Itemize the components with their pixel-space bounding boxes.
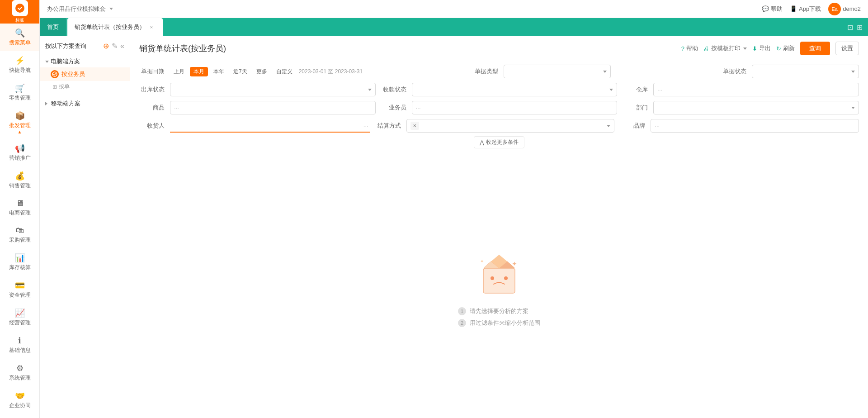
svg-text:✦: ✦ (512, 260, 517, 267)
sidebar-item-label: 库存核算 (9, 264, 31, 271)
mobile-scheme-label: 移动端方案 (51, 100, 80, 108)
sidebar-item-purchase[interactable]: 🛍 采购管理 (0, 221, 40, 248)
receipt-status-select[interactable] (412, 83, 618, 96)
message-label: 帮助 (771, 5, 783, 13)
scheme-sub-item[interactable]: ⊞ 按单 (40, 81, 130, 92)
refresh-button[interactable]: ↻ 刷新 (776, 44, 795, 52)
brand-input[interactable]: ··· (651, 119, 859, 133)
payment-select[interactable]: × (406, 119, 615, 133)
sidebar-item-basic[interactable]: ℹ 基础信息 (0, 331, 40, 359)
payment-tag-close[interactable]: × (413, 123, 416, 129)
filter-row-4: 收货人 ··· 结算方式 × 品牌 ··· (139, 119, 859, 133)
hint-num-2: 2 (458, 319, 466, 327)
tab-maximize-icon[interactable]: ⊞ (857, 23, 863, 32)
sidebar-item-enterprise[interactable]: 🤝 企业协同 (0, 386, 40, 414)
date-tab-this-month[interactable]: 本月 (190, 67, 208, 76)
sidebar-item-retail[interactable]: 🛒 零售管理 (0, 79, 40, 106)
tabbar: 首页 销货单统计表（按业务员） × ⊡ ⊞ (40, 18, 868, 36)
sidebar-item-newbie[interactable]: 📖 新手引导 (0, 414, 40, 418)
date-tab-this-year[interactable]: 本年 (210, 67, 228, 76)
template-print-label: 按模板打印 (711, 44, 741, 52)
sidebar-item-label: 企业协同 (9, 402, 31, 409)
svg-point-4 (504, 276, 508, 280)
avatar: Ea (828, 3, 841, 15)
mobile-scheme-title[interactable]: 移动端方案 (45, 100, 124, 108)
date-tab-custom[interactable]: 自定义 (273, 67, 296, 76)
pc-scheme-label: 电脑端方案 (51, 57, 80, 66)
pc-scheme-group: 电脑端方案 按业务员 ⊞ 按单 (40, 54, 130, 94)
left-panel: 按以下方案查询 ⊕ ✎ « 电脑端方案 按业务员 (40, 36, 130, 418)
app-logo[interactable]: 标账 (0, 0, 40, 24)
refresh-label: 刷新 (783, 44, 795, 52)
sidebar-item-system[interactable]: ⚙ 系统管理 (0, 359, 40, 386)
sidebar-item-marketing[interactable]: 📢 营销推广 (0, 139, 40, 166)
date-tab-more[interactable]: 更多 (253, 67, 271, 76)
empty-hint-2: 2 用过滤条件来缩小分析范围 (458, 319, 540, 327)
pc-scheme-title[interactable]: 电脑端方案 (40, 56, 130, 67)
date-tab-last-month[interactable]: 上月 (170, 67, 188, 76)
payment-dropdown-icon (607, 125, 610, 127)
consignee-label: 收货人 (139, 122, 165, 130)
svg-point-0 (15, 4, 24, 13)
scheme-item-by-staff[interactable]: 按业务员 (40, 67, 130, 81)
sidebar-item-business[interactable]: 📈 经营管理 (0, 304, 40, 331)
tab-home[interactable]: 首页 (40, 18, 66, 36)
svg-rect-2 (483, 268, 515, 293)
empty-hints: 1 请先选择要分析的方案 2 用过滤条件来缩小分析范围 (458, 307, 540, 327)
finance-icon: 💳 (15, 280, 25, 290)
export-icon: ⬇ (752, 45, 757, 52)
collapse-button[interactable]: ⋀ 收起更多条件 (474, 136, 524, 148)
tab-actions: ⊡ ⊞ (847, 23, 868, 32)
sidebar-item-label: 采购管理 (9, 236, 31, 244)
sidebar-item-wholesale[interactable]: 📦 批发管理 ▲ (0, 106, 40, 139)
app-download-button[interactable]: 📱 App下载 (790, 5, 821, 13)
sidebar-item-search[interactable]: 🔍 搜索菜单 (0, 24, 40, 51)
warehouse-label: 仓库 (623, 86, 648, 94)
template-print-button[interactable]: 🖨 按模板打印 (703, 44, 747, 52)
warehouse-input[interactable]: ··· (653, 83, 859, 96)
doc-type-select[interactable] (504, 65, 611, 78)
left-panel-title: 按以下方案查询 (45, 42, 86, 50)
user-avatar-area[interactable]: Ea demo2 (828, 3, 861, 15)
tab-sales-stat[interactable]: 销货单统计表（按业务员） × (67, 18, 163, 36)
sidebar-item-inventory[interactable]: 📊 库存核算 (0, 248, 40, 276)
right-panel: 销货单统计表(按业务员) ? 帮助 🖨 按模板打印 ⬇ 导出 (130, 36, 868, 418)
receipt-status-dropdown-icon (609, 89, 613, 91)
wholesale-icon: 📦 (15, 111, 25, 121)
help-button[interactable]: ? 帮助 (681, 44, 698, 52)
sidebar-item-label: 搜索菜单 (9, 39, 31, 47)
out-status-select[interactable] (170, 83, 376, 96)
payment-label: 结算方式 (376, 122, 401, 130)
page-header: 销货单统计表(按业务员) ? 帮助 🖨 按模板打印 ⬇ 导出 (130, 36, 868, 59)
workspace-dropdown-icon[interactable] (109, 8, 113, 10)
tab-close-icon[interactable]: × (148, 24, 155, 31)
add-scheme-icon[interactable]: ⊕ (103, 42, 109, 50)
doc-status-select[interactable] (752, 65, 859, 78)
staff-input[interactable]: ··· (412, 101, 618, 114)
settings-button[interactable]: 设置 (835, 42, 859, 55)
svg-point-3 (491, 276, 494, 280)
help-icon: ? (681, 45, 684, 52)
sidebar-item-sales[interactable]: 💰 销售管理 (0, 166, 40, 194)
app-subtitle: 标账 (15, 17, 24, 24)
sidebar-item-finance[interactable]: 💳 资金管理 (0, 276, 40, 304)
sidebar-item-ecommerce[interactable]: 🖥 电商管理 (0, 194, 40, 221)
consignee-input[interactable] (170, 119, 370, 133)
tab-minimize-icon[interactable]: ⊡ (847, 23, 853, 32)
consignee-dots[interactable]: ··· (363, 123, 368, 129)
date-tab-7days[interactable]: 近7天 (230, 67, 251, 76)
quick-nav-icon: ⚡ (15, 56, 25, 66)
sidebar-item-label: 营销推广 (9, 154, 31, 162)
goods-input[interactable]: ··· (170, 101, 376, 114)
edit-scheme-icon[interactable]: ✎ (112, 42, 118, 50)
message-button[interactable]: 💬 帮助 (762, 5, 783, 13)
sidebar-item-label: 资金管理 (9, 291, 31, 299)
export-button[interactable]: ⬇ 导出 (752, 44, 771, 52)
query-button[interactable]: 查询 (800, 42, 830, 55)
sidebar-item-quick-nav[interactable]: ⚡ 快捷导航 (0, 51, 40, 79)
message-icon: 💬 (762, 5, 769, 12)
dept-select[interactable] (653, 101, 859, 114)
collapse-panel-icon[interactable]: « (120, 42, 124, 50)
goods-placeholder: ··· (174, 104, 179, 111)
doc-type-label: 单据类型 (473, 67, 498, 76)
